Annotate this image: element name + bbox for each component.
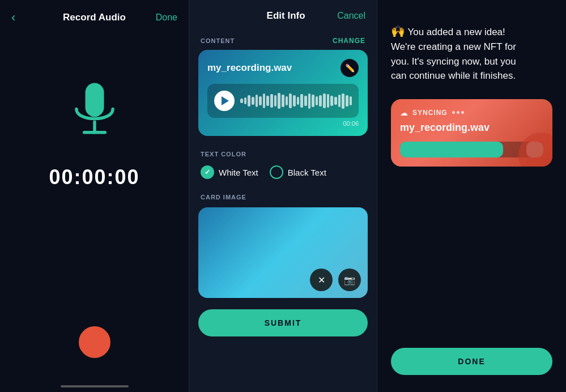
microphone-icon [63, 80, 126, 143]
sync-card-accent [518, 133, 552, 167]
waveform-bar [300, 94, 303, 107]
audio-duration: 00:06 [207, 120, 359, 127]
done-large-button[interactable]: DONE [391, 348, 552, 375]
black-text-option[interactable]: Black Text [270, 165, 326, 179]
record-button[interactable] [79, 326, 110, 358]
microphone-container [63, 80, 126, 143]
waveform-bar [256, 95, 258, 107]
waveform-bar [289, 93, 292, 108]
celebration-text: 🙌 You added a new idea! We're creating a… [391, 23, 552, 83]
back-button[interactable]: ‹ [11, 10, 15, 25]
waveform-bar [248, 95, 250, 106]
waveform-bar [330, 96, 333, 106]
record-done-button[interactable]: Done [156, 12, 177, 23]
celebration-emoji: 🙌 [391, 25, 405, 37]
waveform-bar [323, 93, 326, 108]
sync-dot-3 [461, 111, 464, 114]
record-title: Record Audio [63, 12, 126, 23]
record-header: ‹ Record Audio Done [0, 0, 189, 35]
card-image-actions: ✕ 📷 [310, 269, 361, 291]
waveform-bar [308, 93, 311, 109]
waveform-bar [316, 96, 318, 105]
waveform-bar [286, 96, 288, 105]
waveform-bar [338, 95, 341, 107]
checkmark-icon: ✓ [205, 168, 210, 176]
message-line1: You added a new idea! [407, 27, 505, 37]
change-button[interactable]: CHANGE [333, 37, 365, 45]
audio-filename: my_recording.wav ✏️ [207, 59, 359, 77]
card-image-label: CARD IMAGE [189, 188, 377, 205]
waveform-bar [304, 96, 307, 106]
waveform-bar [312, 95, 314, 107]
cloud-icon: ☁ [400, 108, 408, 117]
sync-dot-1 [452, 111, 455, 114]
record-audio-panel: ‹ Record Audio Done 00:00:00 [0, 0, 189, 392]
svg-rect-0 [85, 83, 104, 117]
waveform-bar [252, 97, 254, 105]
waveform-bar [278, 93, 280, 109]
waveform-bar [259, 96, 262, 105]
edit-filename-button[interactable]: ✏️ [341, 59, 359, 77]
content-label: CONTENT [201, 37, 235, 44]
play-button[interactable] [214, 91, 235, 111]
waveform-bar [350, 96, 352, 105]
white-text-option[interactable]: ✓ White Text [201, 165, 258, 179]
waveform-bar [244, 97, 247, 105]
cancel-button[interactable]: Cancel [337, 11, 365, 21]
syncing-label: SYNCING [412, 109, 448, 117]
record-button-inner [84, 332, 105, 352]
waveform-bar [266, 96, 269, 106]
waveform-bar [334, 97, 337, 105]
play-icon [222, 96, 229, 105]
waveform-bar [274, 95, 277, 106]
submit-button[interactable]: SUBMIT [198, 309, 368, 336]
sync-dots [452, 111, 464, 114]
message-line3: you. It's syncing now, but you [391, 56, 516, 67]
edit-header: Edit Info Cancel [189, 0, 377, 32]
waveform [240, 91, 352, 111]
waveform-bar [263, 93, 266, 108]
waveform-bar [319, 95, 322, 106]
waveform-bar [346, 95, 348, 106]
sync-card-header: ☁ SYNCING [400, 108, 543, 117]
waveform-container [207, 84, 359, 118]
sync-panel: 🙌 You added a new idea! We're creating a… [377, 0, 566, 392]
bottom-bar [61, 385, 129, 387]
timer-display: 00:00:00 [49, 165, 139, 189]
waveform-bar [342, 93, 344, 109]
waveform-bar [293, 95, 296, 106]
text-color-options: ✓ White Text Black Text [189, 162, 377, 188]
progress-bar-fill [400, 142, 503, 157]
content-section-header: CONTENT CHANGE [189, 32, 377, 48]
remove-image-button[interactable]: ✕ [310, 269, 333, 291]
white-text-label: White Text [219, 168, 258, 177]
waveform-bar [270, 94, 273, 107]
black-text-label: Black Text [288, 168, 326, 177]
waveform-bar [297, 97, 300, 105]
sync-filename: my_recording.wav [400, 122, 543, 134]
waveform-bar [282, 95, 284, 107]
waveform-bar [240, 99, 243, 103]
edit-title: Edit Info [267, 10, 305, 22]
white-text-check: ✓ [201, 165, 214, 179]
waveform-bar [327, 94, 330, 107]
message-line2: We're creating a new NFT for [391, 41, 516, 52]
message-line4: can continue while it finishes. [391, 70, 516, 81]
black-text-check [270, 165, 283, 179]
card-image-container: ✕ 📷 [198, 207, 368, 298]
sync-card: ☁ SYNCING my_recording.wav [391, 99, 552, 167]
camera-button[interactable]: 📷 [338, 269, 361, 291]
audio-card: my_recording.wav ✏️ 00:06 [198, 50, 368, 136]
sync-dot-2 [457, 111, 459, 114]
text-color-label: TEXT COLOR [189, 145, 377, 162]
edit-info-panel: Edit Info Cancel CONTENT CHANGE my_recor… [189, 0, 377, 392]
